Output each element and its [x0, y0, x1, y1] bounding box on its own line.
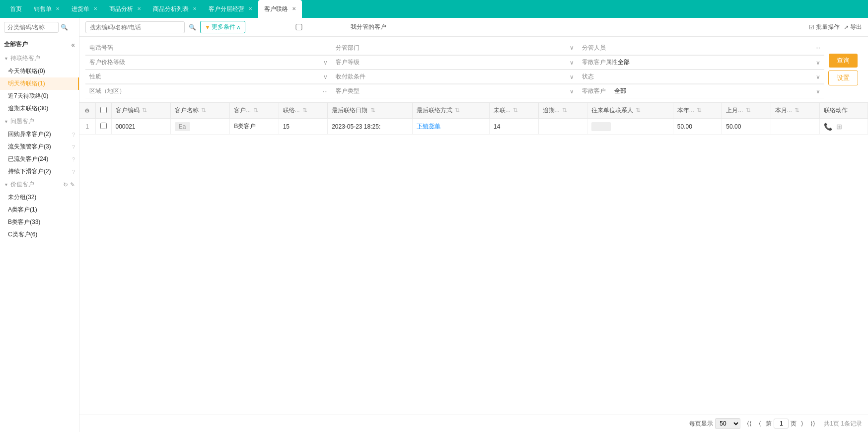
retail-attr-select[interactable]: 全部 ∨ [618, 58, 820, 67]
close-icon[interactable]: ✕ [137, 0, 141, 18]
chevron-left-icon[interactable]: « [71, 41, 75, 49]
sidebar-item-churned[interactable]: 已流失客户(24) ? [0, 153, 79, 165]
dept-select[interactable]: ∨ [368, 44, 574, 51]
nav-customer-contact[interactable]: 客户联络 ✕ [258, 0, 302, 18]
nav-product-analysis[interactable]: 商品分析 ✕ [103, 0, 147, 18]
sort-icon[interactable]: ⇅ [746, 107, 751, 114]
phone-input[interactable] [122, 43, 328, 52]
chevron-down-icon: ∨ [816, 73, 820, 80]
sidebar-search-input[interactable] [4, 22, 59, 33]
per-page-label: 每页显示 [689, 420, 713, 428]
search-icon[interactable]: 🔍 [61, 24, 68, 31]
first-page-button[interactable]: ⟨⟨ [744, 419, 754, 429]
call-icon[interactable]: 📞 [824, 123, 832, 131]
last-page-button[interactable]: ⟩⟩ [808, 419, 818, 429]
col-checkbox[interactable] [95, 103, 111, 119]
nature-select[interactable]: ∨ [122, 73, 328, 80]
pagination: ⟨⟨ ⟨ 第 页 ⟩ ⟩⟩ 共1页 1条记录 [744, 419, 862, 429]
nav-home[interactable]: 首页 [4, 0, 28, 18]
sidebar-item-class-a[interactable]: A类客户(1) [0, 204, 79, 216]
contact-count: 15 [279, 119, 328, 135]
sort-icon[interactable]: ⇅ [201, 107, 206, 114]
nav-product-analysis-list[interactable]: 商品分析列表 ✕ [147, 0, 203, 18]
table-header-row: ⚙ 客户编码 ⇅ 客户名称 ⇅ 客户... ⇅ 联络... ⇅ 最后联络日期 ⇅… [79, 103, 868, 119]
edit-icon[interactable]: ✎ [70, 181, 75, 188]
page-number-input[interactable] [774, 419, 789, 429]
filter-customer-grade: 客户等级 ∨ [332, 56, 578, 70]
sidebar-item-today-pending[interactable]: 今天待联络(0) [0, 65, 79, 77]
my-customers-checkbox[interactable] [249, 24, 349, 30]
region-select[interactable]: ··· [125, 88, 328, 95]
search-icon[interactable]: 🔍 [189, 24, 196, 31]
select-all-checkbox[interactable] [100, 107, 107, 113]
customer-type: B类客户 [230, 119, 279, 135]
sidebar-search-area: 🔍 [0, 18, 79, 37]
sidebar-item-class-c[interactable]: C类客户(6) [0, 228, 79, 241]
sidebar-item-class-b[interactable]: B类客户(33) [0, 216, 79, 228]
set-button[interactable]: 设置 [828, 71, 858, 85]
last-contact-method[interactable]: 下销货单 [413, 119, 490, 135]
sort-icon[interactable]: ⇅ [795, 107, 799, 114]
sort-icon[interactable]: ⇅ [370, 107, 375, 114]
sort-icon[interactable]: ⇅ [697, 107, 702, 114]
prev-page-button[interactable]: ⟨ [756, 419, 764, 429]
nav-purchase[interactable]: 进货单 ✕ [66, 0, 103, 18]
data-table-container: ⚙ 客户编码 ⇅ 客户名称 ⇅ 客户... ⇅ 联络... ⇅ 最后联络日期 ⇅… [79, 103, 868, 415]
close-icon[interactable]: ✕ [292, 0, 296, 18]
filter-icon: ▼ [205, 24, 211, 31]
sort-icon[interactable]: ⇅ [562, 107, 567, 114]
refresh-icon[interactable]: ↻ [63, 181, 68, 188]
sidebar-item-declining[interactable]: 持续下滑客户(2) ? [0, 165, 79, 178]
sidebar-item-tomorrow-pending[interactable]: 明天待联络(1) [0, 77, 79, 90]
query-button[interactable]: 查询 [829, 54, 858, 68]
chevron-down-icon: ∨ [323, 59, 328, 66]
export-button[interactable]: ↗ 导出 [844, 23, 862, 31]
sidebar-item-7days-pending[interactable]: 近7天待联络(0) [0, 90, 79, 102]
sort-icon[interactable]: ⇅ [636, 107, 641, 114]
grid-icon[interactable]: ⊞ [836, 123, 842, 131]
close-icon[interactable]: ✕ [93, 0, 97, 18]
close-icon[interactable]: ✕ [248, 0, 252, 18]
sort-icon[interactable]: ⇅ [253, 107, 258, 114]
per-page-select[interactable]: 50 100 200 [715, 418, 740, 429]
sort-icon[interactable]: ⇅ [513, 107, 518, 114]
help-icon[interactable]: ? [72, 132, 75, 138]
last-contact-date: 2023-05-23 18:25: [328, 119, 413, 135]
overdue [538, 119, 587, 135]
sidebar-item-ungrouped[interactable]: 未分组(32) [0, 191, 79, 204]
customer-type-select[interactable]: ∨ [368, 88, 574, 95]
next-page-button[interactable]: ⟩ [798, 419, 806, 429]
my-customers-checkbox-area[interactable]: 我分管的客户 [249, 23, 386, 31]
main-layout: 🔍 全部客户 « 待联络客户 今天待联络(0) 明天待联络(1) 近7天待联络(… [0, 18, 868, 432]
price-grade-select[interactable]: ∨ [125, 59, 328, 66]
sort-icon[interactable]: ⇅ [142, 107, 147, 114]
sidebar-item-churn-warning[interactable]: 流失预警客户(3) ? [0, 141, 79, 153]
sidebar-group-value: ▼ 价值客户 ↻ ✎ [0, 178, 79, 191]
filter-nature: 性质 ∨ [85, 70, 332, 84]
row-checkbox[interactable] [95, 119, 111, 135]
manager-select[interactable]: ··· [614, 44, 820, 51]
close-icon[interactable]: ✕ [56, 0, 60, 18]
nav-customer-layered[interactable]: 客户分层经营 ✕ [203, 0, 258, 18]
sort-icon[interactable]: ⇅ [302, 107, 307, 114]
retail-customer-select[interactable]: 全部 ∨ [614, 87, 820, 95]
col-contact-count: 联络... ⇅ [279, 103, 328, 119]
nav-sales[interactable]: 销售单 ✕ [28, 0, 66, 18]
help-icon[interactable]: ? [72, 144, 75, 150]
sort-icon[interactable]: ⇅ [455, 107, 460, 114]
sidebar-group-pending: 待联络客户 [0, 52, 79, 65]
batch-op-button[interactable]: ☑ 批量操作 [809, 23, 840, 31]
payment-select[interactable]: ∨ [368, 73, 574, 80]
col-settings[interactable]: ⚙ [79, 103, 95, 119]
status-select[interactable]: ∨ [614, 73, 820, 80]
help-icon[interactable]: ? [72, 169, 75, 175]
close-icon[interactable]: ✕ [193, 0, 197, 18]
sidebar-item-repurchase-abnormal[interactable]: 回购异常客户(2) ? [0, 128, 79, 141]
help-icon[interactable]: ? [72, 156, 75, 162]
search-input[interactable] [85, 21, 185, 33]
customer-grade-select[interactable]: ∨ [368, 59, 574, 66]
more-filter-button[interactable]: ▼ 更多条件 ∧ [200, 21, 245, 33]
sidebar-all-customers[interactable]: 全部客户 « [0, 37, 79, 52]
sidebar-item-overdue-pending[interactable]: 逾期未联络(30) [0, 102, 79, 115]
chevron-down-icon: ∨ [816, 88, 820, 95]
